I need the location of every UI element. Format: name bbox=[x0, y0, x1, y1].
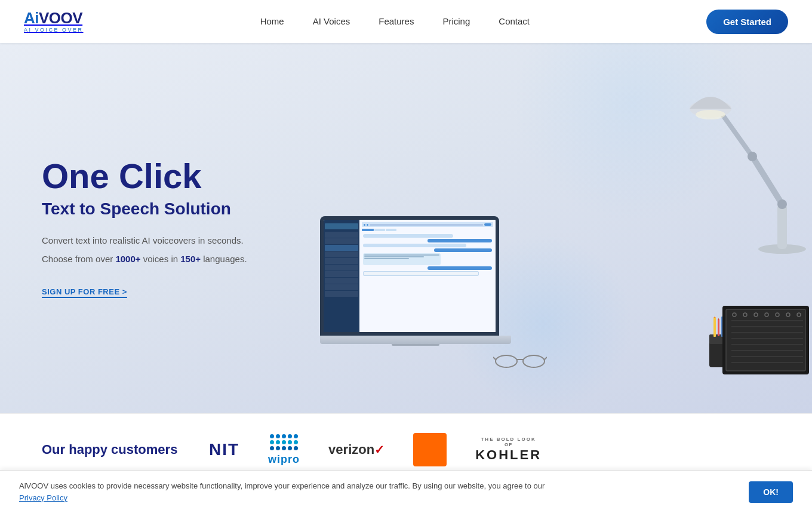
notebook-icon bbox=[722, 306, 812, 377]
hero-title: One Click bbox=[42, 158, 247, 195]
laptop-screen bbox=[320, 216, 499, 336]
svg-marker-16 bbox=[713, 317, 716, 318]
navbar: AiVOOV AI VOICE OVER Home AI Voices Feat… bbox=[0, 0, 812, 43]
svg-point-4 bbox=[748, 152, 757, 161]
svg-point-7 bbox=[696, 110, 725, 119]
svg-line-3 bbox=[722, 115, 752, 156]
hero-desc-line2: Choose from over 1000+ voices in 150+ la… bbox=[42, 251, 247, 267]
hero-desc-choose: Choose from over bbox=[42, 254, 115, 264]
hero-image-area bbox=[296, 43, 812, 413]
logo-verizon: verizon✓ bbox=[328, 442, 385, 457]
logo-nit: NIT bbox=[209, 440, 239, 459]
get-started-button[interactable]: Get Started bbox=[706, 10, 788, 34]
logo-tagline: AI VOICE OVER bbox=[24, 27, 84, 33]
logo-ai: Ai bbox=[24, 9, 39, 27]
cookie-banner: AiVOOV uses cookies to provide necessary… bbox=[0, 470, 812, 486]
customers-logos: NIT wipro bbox=[209, 433, 770, 466]
logo-orange bbox=[413, 433, 447, 466]
svg-point-8 bbox=[496, 355, 517, 367]
svg-point-5 bbox=[777, 199, 787, 209]
hero-lang-count: 150+ bbox=[180, 254, 201, 264]
svg-marker-18 bbox=[718, 318, 719, 320]
nav-item-home[interactable]: Home bbox=[260, 16, 284, 26]
laptop-base bbox=[320, 336, 511, 344]
hero-voices-count: 1000+ bbox=[115, 254, 140, 264]
svg-rect-15 bbox=[713, 318, 716, 337]
logo-kohler: THE BOLD LOOK OF KOHLER bbox=[475, 437, 542, 463]
hero-section: One Click Text to Speech Solution Conver… bbox=[0, 43, 812, 413]
hero-cta-link[interactable]: SIGN UP FOR FREE > bbox=[42, 287, 127, 298]
svg-line-12 bbox=[545, 357, 547, 360]
hero-subtitle: Text to Speech Solution bbox=[42, 199, 247, 219]
svg-rect-1 bbox=[777, 204, 787, 249]
laptop-mockup bbox=[320, 216, 535, 365]
svg-line-11 bbox=[493, 357, 496, 360]
logo-voov: VOOV bbox=[39, 9, 82, 27]
logo[interactable]: AiVOOV AI VOICE OVER bbox=[24, 10, 84, 33]
desk-lamp-icon bbox=[669, 43, 812, 264]
cookie-ok-button[interactable]: OK! bbox=[749, 481, 793, 486]
customers-title: Our happy customers bbox=[42, 442, 177, 457]
glasses-icon bbox=[493, 352, 547, 370]
hero-desc-mid: voices in bbox=[141, 254, 181, 264]
nav-item-ai-voices[interactable]: AI Voices bbox=[313, 16, 350, 26]
nav-item-pricing[interactable]: Pricing bbox=[442, 16, 470, 26]
hero-content: One Click Text to Speech Solution Conver… bbox=[0, 122, 283, 334]
nav-item-features[interactable]: Features bbox=[379, 16, 414, 26]
svg-point-9 bbox=[523, 355, 545, 367]
logo-wipro: wipro bbox=[268, 434, 300, 466]
svg-line-2 bbox=[752, 156, 782, 204]
hero-desc-end: languages. bbox=[201, 254, 247, 264]
nav-item-contact[interactable]: Contact bbox=[499, 16, 530, 26]
nav-links: Home AI Voices Features Pricing Contact bbox=[260, 16, 530, 27]
cookie-message: AiVOOV uses cookies to provide necessary… bbox=[19, 481, 545, 486]
customers-label: Our happy customers bbox=[42, 442, 209, 457]
svg-rect-26 bbox=[726, 309, 805, 371]
svg-rect-17 bbox=[718, 320, 719, 336]
hero-desc-line1: Convert text into realistic AI voiceover… bbox=[42, 233, 247, 248]
cookie-text: AiVOOV uses cookies to provide necessary… bbox=[19, 480, 556, 486]
